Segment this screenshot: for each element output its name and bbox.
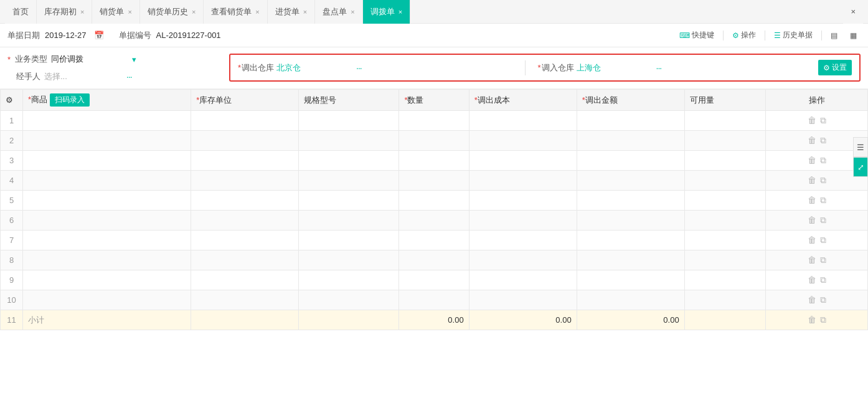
transfer-in-more[interactable]: ··· [656, 63, 662, 73]
product-cell[interactable] [23, 191, 191, 211]
tab-sales-order[interactable]: 销货单 × [92, 0, 139, 24]
layout-btn1[interactable]: ▤ [827, 30, 841, 41]
amount-cell[interactable] [577, 270, 684, 290]
close-tab-sales-order[interactable]: × [128, 8, 131, 16]
amount-cell[interactable] [577, 211, 684, 231]
product-cell[interactable] [23, 211, 191, 231]
available-cell[interactable] [684, 131, 766, 151]
copy-icon[interactable]: ⧉ [820, 195, 826, 206]
tab-transfer-order[interactable]: 调拨单 × [363, 0, 410, 24]
delete-icon[interactable]: 🗑 [808, 295, 816, 305]
unit-cell[interactable] [191, 171, 299, 191]
close-tab-inventory-check[interactable]: × [351, 8, 354, 16]
available-cell[interactable] [684, 111, 766, 131]
delete-icon[interactable]: 🗑 [808, 215, 816, 226]
product-cell[interactable] [23, 131, 191, 151]
available-cell[interactable] [684, 270, 766, 290]
layout-btn2[interactable]: ▦ [846, 30, 861, 41]
delete-icon[interactable]: 🗑 [808, 175, 816, 186]
copy-icon[interactable]: ⧉ [820, 135, 826, 146]
available-cell[interactable] [684, 191, 766, 211]
product-cell[interactable] [23, 290, 191, 310]
cost-cell[interactable] [469, 270, 577, 290]
scan-button[interactable]: 扫码录入 [50, 93, 90, 107]
close-tab-purchase-order[interactable]: × [303, 8, 307, 16]
spec-cell[interactable] [299, 250, 399, 270]
side-list-btn[interactable]: ☰ [853, 137, 868, 157]
product-cell[interactable] [23, 250, 191, 270]
qty-cell[interactable] [399, 290, 469, 310]
available-cell[interactable] [684, 211, 766, 231]
close-tab-transfer-order[interactable]: × [399, 8, 402, 16]
close-window-btn[interactable]: × [843, 0, 863, 24]
col-gear[interactable]: ⚙ [1, 90, 23, 111]
amount-cell[interactable] [577, 231, 684, 250]
delete-icon[interactable]: 🗑 [808, 255, 816, 265]
amount-cell[interactable] [577, 250, 684, 270]
available-cell[interactable] [684, 171, 766, 191]
unit-cell[interactable] [191, 151, 299, 171]
amount-cell[interactable] [577, 290, 684, 310]
qty-cell[interactable] [399, 151, 469, 171]
unit-cell[interactable] [191, 231, 299, 250]
close-tab-sales-history[interactable]: × [192, 8, 196, 16]
amount-cell[interactable] [577, 131, 684, 151]
spec-cell[interactable] [299, 151, 399, 171]
cost-cell[interactable] [469, 191, 577, 211]
transfer-out-value[interactable]: 北京仓 [276, 62, 351, 74]
qty-cell[interactable] [399, 231, 469, 250]
tab-inventory-check[interactable]: 盘点单 × [315, 0, 362, 24]
cost-cell[interactable] [469, 250, 577, 270]
cost-cell[interactable] [469, 171, 577, 191]
close-tab-view-sales[interactable]: × [255, 8, 259, 16]
amount-cell[interactable] [577, 171, 684, 191]
spec-cell[interactable] [299, 290, 399, 310]
copy-icon[interactable]: ⧉ [820, 275, 826, 285]
copy-icon[interactable]: ⧉ [820, 295, 826, 305]
amount-cell[interactable] [577, 111, 684, 131]
transfer-out-more[interactable]: ··· [356, 63, 362, 73]
settings-button[interactable]: ⚙ 设置 [818, 60, 852, 75]
qty-cell[interactable] [399, 171, 469, 191]
product-cell[interactable] [23, 171, 191, 191]
spec-cell[interactable] [299, 270, 399, 290]
qty-cell[interactable] [399, 131, 469, 151]
cost-cell[interactable] [469, 111, 577, 131]
transfer-in-value[interactable]: 上海仓 [577, 62, 651, 74]
unit-cell[interactable] [191, 250, 299, 270]
handler-value[interactable]: 选择... [44, 71, 119, 82]
cost-cell[interactable] [469, 290, 577, 310]
spec-cell[interactable] [299, 191, 399, 211]
copy-icon[interactable]: ⧉ [820, 115, 826, 126]
available-cell[interactable] [684, 151, 766, 171]
available-cell[interactable] [684, 231, 766, 250]
unit-cell[interactable] [191, 211, 299, 231]
qty-cell[interactable] [399, 111, 469, 131]
copy-icon[interactable]: ⧉ [820, 315, 826, 325]
tab-sales-history[interactable]: 销货单历史 × [140, 0, 204, 24]
cost-cell[interactable] [469, 211, 577, 231]
unit-cell[interactable] [191, 131, 299, 151]
product-cell[interactable] [23, 231, 191, 250]
calendar-icon[interactable]: 📅 [94, 31, 104, 40]
delete-icon[interactable]: 🗑 [808, 235, 816, 245]
qty-cell[interactable] [399, 211, 469, 231]
product-cell[interactable] [23, 270, 191, 290]
shortcut-btn[interactable]: ⌨ 快捷键 [676, 29, 718, 42]
copy-icon[interactable]: ⧉ [820, 175, 826, 186]
spec-cell[interactable] [299, 171, 399, 191]
tab-view-sales[interactable]: 查看销货单 × [204, 0, 267, 24]
tab-home[interactable]: 首页 [5, 0, 37, 24]
delete-icon[interactable]: 🗑 [808, 155, 816, 166]
handler-more-icon[interactable]: ··· [126, 72, 132, 82]
business-type-dropdown[interactable]: ▾ [132, 55, 136, 64]
close-tab-inventory-init[interactable]: × [80, 8, 84, 16]
operation-btn[interactable]: ⚙ 操作 [729, 29, 760, 42]
delete-icon[interactable]: 🗑 [808, 275, 816, 285]
qty-cell[interactable] [399, 191, 469, 211]
side-expand-btn[interactable]: ⤢ [853, 157, 868, 177]
available-cell[interactable] [684, 290, 766, 310]
copy-icon[interactable]: ⧉ [820, 155, 826, 166]
copy-icon[interactable]: ⧉ [820, 215, 826, 226]
qty-cell[interactable] [399, 270, 469, 290]
